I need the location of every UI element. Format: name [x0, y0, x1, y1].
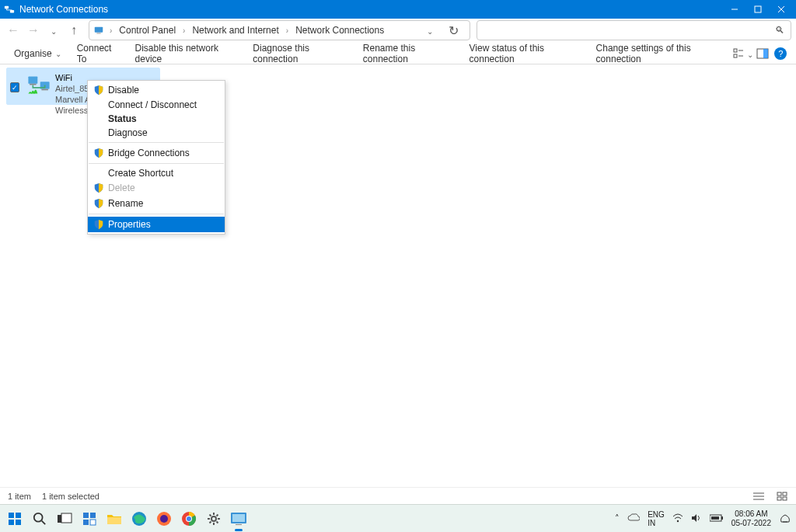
chevron-right-icon[interactable]: › — [181, 26, 187, 35]
address-dropdown-button[interactable] — [421, 22, 438, 39]
volume-icon[interactable] — [691, 513, 702, 524]
rename-connection-button[interactable]: Rename this connection — [355, 40, 462, 68]
shield-icon — [91, 148, 106, 158]
menu-connect-disconnect[interactable]: Connect / Disconnect — [88, 98, 225, 112]
connect-to-button[interactable]: Connect To — [69, 40, 127, 68]
taskbar: ˄ ENG IN 08:06 AM 05-07-2022 — [0, 504, 796, 532]
language-indicator[interactable]: ENG IN — [648, 510, 665, 527]
breadcrumb-control-panel[interactable]: Control Panel — [117, 23, 178, 37]
svg-rect-34 — [90, 513, 96, 518]
svg-rect-9 — [734, 54, 737, 57]
refresh-button[interactable]: ↻ — [445, 22, 462, 39]
svg-rect-24 — [783, 497, 787, 500]
svg-rect-8 — [734, 49, 737, 52]
menu-status[interactable]: Status — [88, 112, 225, 126]
svg-point-44 — [211, 516, 216, 521]
content-area: WiFi Airtel_8527712999 Marvell AVASTAR W… — [0, 64, 796, 487]
system-tray: ˄ ENG IN 08:06 AM 05-07-2022 — [615, 509, 791, 528]
search-icon: 🔍︎ — [775, 25, 784, 36]
svg-point-40 — [160, 515, 168, 523]
back-button[interactable]: ← — [5, 22, 22, 39]
minimize-button[interactable] — [723, 0, 746, 19]
svg-rect-15 — [30, 84, 37, 85]
svg-rect-17 — [41, 89, 48, 91]
preview-pane-button[interactable] — [753, 44, 772, 63]
title-bar: Network Connections — [0, 0, 796, 19]
settings-button[interactable] — [204, 509, 224, 529]
menu-properties[interactable]: Properties — [88, 217, 225, 232]
chevron-right-icon[interactable]: › — [285, 26, 290, 35]
menu-rename[interactable]: Rename — [88, 196, 225, 211]
recent-locations-button[interactable] — [45, 22, 62, 39]
app-icon — [3, 3, 16, 16]
close-button[interactable] — [770, 0, 793, 19]
search-button[interactable] — [30, 509, 50, 529]
start-button[interactable] — [5, 509, 25, 529]
widgets-button[interactable] — [79, 509, 100, 529]
svg-rect-22 — [783, 492, 787, 495]
diagnose-connection-button[interactable]: Diagnose this connection — [245, 40, 355, 68]
menu-diagnose[interactable]: Diagnose — [88, 126, 225, 140]
large-icons-view-button[interactable] — [776, 490, 788, 502]
menu-bridge-connections[interactable]: Bridge Connections — [88, 145, 225, 161]
svg-rect-32 — [61, 513, 72, 523]
notifications-button[interactable] — [779, 512, 791, 526]
forward-button[interactable]: → — [25, 22, 42, 39]
svg-rect-33 — [83, 513, 89, 518]
svg-rect-0 — [5, 6, 9, 9]
maximize-button[interactable] — [746, 0, 770, 19]
svg-rect-6 — [95, 27, 103, 33]
battery-icon[interactable] — [710, 514, 724, 523]
svg-rect-28 — [16, 520, 21, 525]
help-button[interactable]: ? — [771, 44, 790, 63]
menu-separator — [89, 163, 224, 164]
shield-icon — [91, 85, 106, 96]
breadcrumb-network-internet[interactable]: Network and Internet — [190, 23, 281, 37]
svg-point-29 — [34, 513, 43, 521]
up-button[interactable]: ↑ — [65, 22, 82, 39]
firefox-button[interactable] — [154, 509, 174, 529]
svg-line-30 — [42, 520, 46, 524]
file-explorer-button[interactable] — [104, 509, 124, 529]
svg-rect-36 — [90, 520, 96, 525]
svg-rect-27 — [9, 520, 14, 525]
view-options-button[interactable] — [733, 44, 753, 63]
svg-rect-50 — [721, 516, 723, 520]
svg-rect-13 — [763, 49, 768, 58]
command-bar: Organise Connect To Disable this network… — [0, 43, 796, 64]
svg-rect-7 — [96, 33, 100, 34]
menu-separator — [89, 142, 224, 143]
wifi-icon[interactable] — [672, 513, 683, 524]
chrome-button[interactable] — [179, 509, 199, 529]
svg-rect-23 — [777, 497, 781, 500]
edge-button[interactable] — [129, 509, 149, 529]
menu-create-shortcut[interactable]: Create Shortcut — [88, 166, 225, 180]
shield-icon — [91, 219, 106, 230]
status-bar: 1 item 1 item selected — [0, 487, 796, 504]
adapter-checkbox[interactable] — [10, 82, 19, 92]
search-box[interactable]: 🔍︎ — [477, 20, 791, 40]
svg-rect-46 — [232, 514, 245, 522]
change-settings-button[interactable]: Change settings of this connection — [588, 40, 733, 68]
onedrive-icon[interactable] — [627, 513, 640, 524]
menu-disable[interactable]: Disable — [88, 82, 225, 98]
tray-overflow-button[interactable]: ˄ — [615, 513, 620, 523]
clock[interactable]: 08:06 AM 05-07-2022 — [731, 509, 771, 528]
svg-point-48 — [677, 520, 679, 521]
context-menu: Disable Connect / Disconnect Status Diag… — [87, 80, 225, 235]
details-view-button[interactable] — [752, 490, 765, 502]
organise-button[interactable]: Organise — [6, 45, 69, 62]
svg-point-43 — [187, 516, 191, 521]
address-bar[interactable]: › Control Panel › Network and Internet ›… — [89, 20, 470, 40]
breadcrumb-network-connections[interactable]: Network Connections — [293, 23, 386, 37]
svg-rect-35 — [83, 520, 89, 525]
view-status-button[interactable]: View status of this connection — [462, 40, 588, 68]
task-view-button[interactable] — [54, 509, 75, 529]
chevron-right-icon[interactable]: › — [108, 26, 113, 35]
svg-rect-1 — [10, 10, 14, 13]
svg-rect-26 — [16, 513, 21, 518]
disable-device-button[interactable]: Disable this network device — [127, 40, 246, 68]
svg-rect-47 — [236, 524, 242, 525]
menu-delete: Delete — [88, 180, 225, 196]
control-panel-taskbar-button[interactable] — [229, 509, 249, 529]
